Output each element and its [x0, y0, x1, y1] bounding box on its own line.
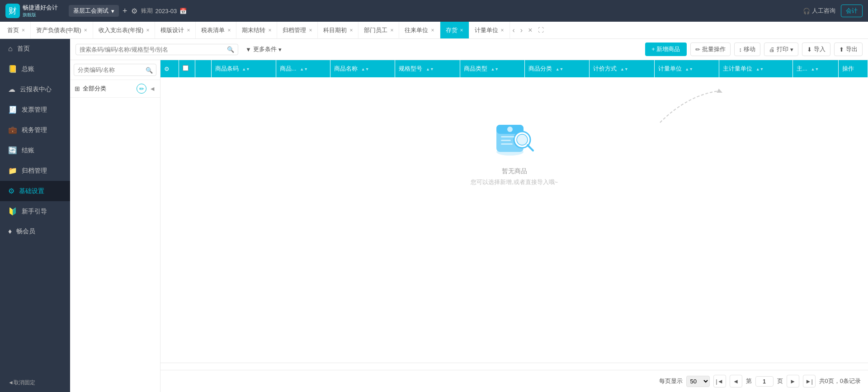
tab-dept-close[interactable]: × [390, 27, 393, 33]
last-page-button[interactable]: ►| [803, 375, 816, 387]
company-selector[interactable]: 基层工会测试 ▾ [69, 5, 119, 17]
category-search: 🔍 [70, 60, 160, 80]
col-settings-header[interactable]: ⚙ [160, 60, 179, 77]
category-collapse-icon[interactable]: ◄ [149, 85, 156, 92]
tab-unit-close[interactable]: × [501, 27, 504, 33]
search-bar[interactable]: 🔍 [75, 44, 238, 55]
tab-close-all-button[interactable]: × [525, 22, 535, 39]
tab-income[interactable]: 收入支出表(年报) × [93, 22, 156, 39]
help-button[interactable]: 🎧 人工咨询 [803, 7, 835, 15]
tab-expand-button[interactable]: ⛶ [535, 22, 547, 39]
category-search-input[interactable] [74, 64, 156, 76]
add-product-button[interactable]: + 新增商品 [645, 43, 686, 56]
tab-balance-close[interactable]: × [84, 27, 87, 33]
tab-next-button[interactable]: › [518, 22, 525, 39]
tab-period-end-close[interactable]: × [268, 27, 271, 33]
sidebar-item-reports[interactable]: ☁ 云报表中心 [0, 79, 70, 99]
tab-archive-mgmt-close[interactable]: × [309, 27, 312, 33]
tab-inventory[interactable]: 存货 × [440, 22, 469, 39]
col-category-label: 商品分类 [528, 65, 552, 72]
tab-home-close[interactable]: × [22, 27, 25, 33]
sidebar-item-member[interactable]: ♦ 畅会员 [0, 222, 70, 241]
sidebar-item-checkout[interactable]: 🔄 结账 [0, 140, 70, 161]
help-label: 人工咨询 [812, 7, 835, 15]
sidebar-item-invoice[interactable]: 🧾 发票管理 [0, 99, 70, 120]
chevron-down-icon: ▾ [278, 46, 282, 53]
tab-template-close[interactable]: × [187, 27, 190, 33]
calendar-icon[interactable]: 📅 [179, 8, 187, 14]
tab-subject-close[interactable]: × [349, 27, 353, 33]
sidebar-item-guide[interactable]: 🔰 新手引导 [0, 201, 70, 222]
next-page-button[interactable]: ► [787, 375, 799, 387]
empty-state: 暂无商品 您可以选择新增,或者直接导入哦~ [160, 77, 868, 213]
col-check-header[interactable] [179, 60, 195, 77]
move-button[interactable]: ↕ 移动 [734, 43, 761, 56]
select-all-checkbox[interactable] [183, 65, 189, 71]
batch-ops-button[interactable]: ✏ 批量操作 [690, 43, 731, 56]
add-icon[interactable]: + [123, 6, 127, 16]
tab-subject[interactable]: 科目期初 × [318, 22, 359, 39]
col-expand-header [195, 60, 211, 77]
all-category-button[interactable]: ⊞ 全部分类 [75, 85, 106, 93]
col-unit-header[interactable]: 计量单位 ▲▼ [654, 60, 719, 77]
tab-counterpart[interactable]: 往来单位 × [399, 22, 440, 39]
page-input[interactable] [755, 376, 774, 387]
settings-icon[interactable]: ⚙ [131, 7, 137, 15]
sidebar-item-home[interactable]: ⌂ 首页 [0, 39, 70, 59]
tab-unit[interactable]: 计量单位 × [469, 22, 510, 39]
account-label: 会计 [846, 7, 858, 14]
col-type-header[interactable]: 商品类型 ▲▼ [460, 60, 524, 77]
per-page-select[interactable]: 50 10 20 100 [686, 376, 710, 387]
tab-prev-button[interactable]: ‹ [510, 22, 518, 39]
more-filter-button[interactable]: ▼ 更多条件 ▾ [242, 43, 285, 55]
tab-balance[interactable]: 资产负债表(中期) × [31, 22, 93, 39]
tab-counterpart-close[interactable]: × [431, 27, 434, 33]
tab-tax-close[interactable]: × [227, 27, 231, 33]
tab-tax[interactable]: 税表清单 × [196, 22, 236, 39]
tab-income-close[interactable]: × [146, 27, 149, 33]
headset-icon: 🎧 [803, 8, 810, 14]
empty-sub: 您可以选择新增,或者直接导入哦~ [471, 178, 558, 186]
tab-template[interactable]: 模版设计 × [155, 22, 196, 39]
tab-archive-mgmt[interactable]: 归档管理 × [277, 22, 318, 39]
sidebar-item-tax[interactable]: 💼 税务管理 [0, 120, 70, 140]
first-page-button[interactable]: |◄ [713, 375, 726, 387]
prev-page-button[interactable]: ◄ [730, 375, 742, 387]
type-sort-icon: ▲▼ [491, 67, 499, 71]
ledger-icon: 📒 [8, 65, 17, 73]
category-header: ⊞ 全部分类 ✏ ◄ [70, 80, 160, 98]
horizontal-scrollbar[interactable] [160, 363, 868, 370]
cloud-icon: ☁ [8, 85, 15, 94]
tab-dept[interactable]: 部门员工 × [359, 22, 399, 39]
col-spec-header[interactable]: 规格型号 ▲▼ [395, 60, 460, 77]
sidebar-item-ledger[interactable]: 📒 总账 [0, 59, 70, 79]
tab-home-label: 首页 [7, 26, 19, 34]
col-category-header[interactable]: 商品分类 ▲▼ [525, 60, 590, 77]
tab-period-end[interactable]: 期末结转 × [236, 22, 277, 39]
col-code-header[interactable]: 商品... ▲▼ [276, 60, 330, 77]
sidebar-basic-label: 基础设置 [19, 187, 44, 195]
col-extra-header[interactable]: 主... ▲▼ [793, 60, 839, 77]
sidebar-footer[interactable]: ◄取消固定 [0, 373, 70, 392]
tab-inventory-close[interactable]: × [460, 27, 463, 33]
right-panel: ⚙ 商品条码 ▲▼ [160, 60, 868, 392]
sidebar-item-archive[interactable]: 📁 归档管理 [0, 161, 70, 181]
tab-home[interactable]: 首页 × [2, 22, 31, 39]
import-icon: ⬇ [807, 46, 812, 53]
col-name-header[interactable]: 商品名称 ▲▼ [330, 60, 395, 77]
tab-subject-label: 科目期初 [323, 26, 347, 34]
top-header: 财 畅捷通好会计 旗舰版 基层工会测试 ▾ + ⚙ 账期 2023-03 📅 🎧… [0, 0, 868, 22]
grid-icon: ⊞ [75, 85, 80, 92]
import-button[interactable]: ⬇ 导入 [802, 43, 830, 56]
sidebar-item-basic[interactable]: ⚙ 基础设置 [0, 181, 70, 201]
search-input[interactable] [80, 46, 224, 53]
category-edit-icon[interactable]: ✏ [137, 84, 146, 94]
col-barcode-header[interactable]: 商品条码 ▲▼ [211, 60, 276, 77]
print-button[interactable]: 🖨 打印 ▾ [764, 43, 798, 56]
sidebar: ⌂ 首页 📒 总账 ☁ 云报表中心 🧾 发票管理 💼 税务管理 🔄 结账 📁 归… [0, 39, 70, 392]
col-price-mode-header[interactable]: 计价方式 ▲▼ [590, 60, 654, 77]
account-button[interactable]: 会计 [841, 5, 863, 17]
col-main-unit-header[interactable]: 主计量单位 ▲▼ [719, 60, 793, 77]
export-button[interactable]: ⬆ 导出 [834, 43, 863, 56]
print-icon: 🖨 [769, 46, 775, 53]
